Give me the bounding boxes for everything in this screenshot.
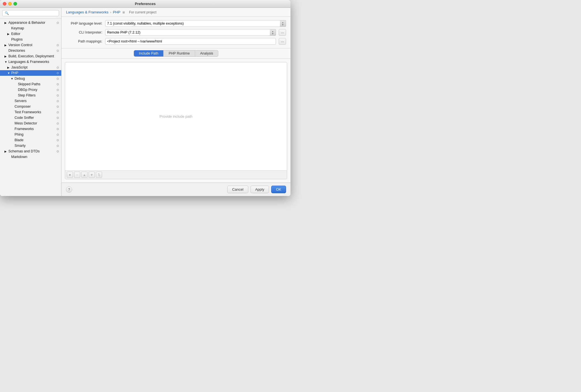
sidebar-item-skipped-paths[interactable]: Skipped Paths ⊙ xyxy=(0,81,61,87)
breadcrumb-separator: › xyxy=(110,10,111,14)
sidebar-item-debug[interactable]: ▼ Debug ⊙ xyxy=(0,76,61,81)
cli-label: CLI Interpreter: xyxy=(66,30,102,34)
sidebar-item-php[interactable]: ▼ PHP ⊙ xyxy=(0,70,61,76)
sidebar-item-frameworks[interactable]: Frameworks ⊙ xyxy=(0,126,61,132)
sidebar-item-mess-detector[interactable]: Mess Detector ⊙ xyxy=(0,121,61,126)
tab-include-path[interactable]: Include Path xyxy=(134,50,164,56)
settings-icon: ⊙ xyxy=(56,94,59,97)
php-level-row: PHP language level: 7.1 (const visibilit… xyxy=(66,20,286,27)
settings-icon: ⊙ xyxy=(56,150,59,153)
sidebar-item-plugins[interactable]: Plugins xyxy=(0,37,61,42)
panel-area: Provide include path + − ▲ ▼ ⇅ xyxy=(62,59,290,183)
path-input[interactable] xyxy=(105,38,276,45)
sidebar-item-composer[interactable]: Composer ⊙ xyxy=(0,104,61,109)
tab-php-runtime[interactable]: PHP Runtime xyxy=(164,50,195,56)
settings-icon: ⊙ xyxy=(56,105,59,108)
cli-arrow[interactable]: ▲ ▼ xyxy=(270,29,276,36)
sidebar-item-label: Schemas and DTDs xyxy=(8,149,40,153)
php-level-label: PHP language level: xyxy=(66,22,102,25)
sidebar-item-label: Directories xyxy=(8,49,25,53)
sidebar-item-smarty[interactable]: Smarty ⊙ xyxy=(0,143,61,148)
sidebar-item-label: PHP xyxy=(11,71,18,75)
arrow-icon: ▶ xyxy=(7,66,10,69)
breadcrumb-parent[interactable]: Languages & Frameworks xyxy=(66,10,108,14)
bottom-bar: ? Cancel Apply OK xyxy=(62,183,290,196)
move-up-button[interactable]: ▲ xyxy=(81,172,88,178)
chevron-up-icon: ▲ xyxy=(282,22,284,23)
settings-icon: ⊙ xyxy=(56,71,59,75)
sidebar-item-appearance[interactable]: ▶ Appearance & Behavior ⊙ xyxy=(0,20,61,25)
sidebar-item-languages[interactable]: ▼ Languages & Frameworks xyxy=(0,59,61,65)
settings-icon: ⊙ xyxy=(56,99,59,103)
sidebar-item-label: Languages & Frameworks xyxy=(8,60,49,64)
ok-button[interactable]: OK xyxy=(271,186,286,193)
sidebar-item-dbgp-proxy[interactable]: DBGp Proxy ⊙ xyxy=(0,87,61,93)
sidebar-item-label: DBGp Proxy xyxy=(18,88,37,92)
sidebar-item-version-control[interactable]: ▶ Version Control ⊙ xyxy=(0,42,61,48)
sidebar-item-test-frameworks[interactable]: Test Frameworks ⊙ xyxy=(0,109,61,115)
sidebar-item-build[interactable]: ▶ Build, Execution, Deployment xyxy=(0,53,61,59)
sort-button[interactable]: ⇅ xyxy=(96,172,102,178)
sidebar-item-blade[interactable]: Blade ⊙ xyxy=(0,137,61,143)
sidebar-item-label: Version Control xyxy=(8,43,32,47)
sidebar-item-javascript[interactable]: ▶ JavaScript ⊙ xyxy=(0,65,61,70)
include-panel-placeholder: Provide include path xyxy=(65,62,287,170)
sidebar-item-label: Appearance & Behavior xyxy=(8,21,45,25)
settings-icon: ⊙ xyxy=(56,122,59,125)
form-area: PHP language level: 7.1 (const visibilit… xyxy=(62,17,290,48)
sidebar-item-label: Blade xyxy=(15,138,23,142)
tab-analysis[interactable]: Analysis xyxy=(195,50,218,56)
arrow-icon: ▶ xyxy=(4,55,7,58)
cancel-button[interactable]: Cancel xyxy=(227,186,248,193)
sidebar-item-label: Debug xyxy=(15,77,25,81)
sidebar: ▶ Appearance & Behavior ⊙ Keymap ▶ Edito… xyxy=(0,8,62,196)
close-button[interactable] xyxy=(3,2,6,6)
sidebar-item-label: Servers xyxy=(15,99,27,103)
window-title: Preferences xyxy=(135,2,155,6)
path-more-button[interactable]: ··· xyxy=(279,38,286,45)
placeholder-text: Provide include path xyxy=(160,114,193,119)
php-level-arrow[interactable]: ▲ ▼ xyxy=(280,20,286,27)
php-level-select[interactable]: 7.1 (const visibility, nullables, multip… xyxy=(105,20,286,27)
sidebar-item-phing[interactable]: Phing ⊙ xyxy=(0,132,61,137)
minimize-button[interactable] xyxy=(8,2,12,6)
maximize-button[interactable] xyxy=(13,2,17,6)
sidebar-item-code-sniffer[interactable]: Code Sniffer ⊙ xyxy=(0,115,61,121)
sidebar-item-label: Phing xyxy=(15,133,23,136)
sidebar-item-label: Code Sniffer xyxy=(15,116,34,120)
chevron-up-icon: ▲ xyxy=(272,30,274,32)
arrow-icon: ▶ xyxy=(4,44,7,47)
sidebar-item-step-filters[interactable]: Step Filters ⊙ xyxy=(0,93,61,98)
sidebar-item-servers[interactable]: Servers ⊙ xyxy=(0,98,61,104)
sidebar-item-label: Build, Execution, Deployment xyxy=(8,54,54,58)
content-area: Languages & Frameworks › PHP 🖥 For curre… xyxy=(62,8,290,196)
help-button[interactable]: ? xyxy=(66,186,72,193)
sidebar-item-label: Composer xyxy=(15,105,31,108)
sidebar-item-keymap[interactable]: Keymap xyxy=(0,25,61,31)
path-label: Path mappings: xyxy=(66,39,102,43)
apply-button[interactable]: Apply xyxy=(251,186,269,193)
breadcrumb-note: For current project xyxy=(129,10,156,14)
sidebar-item-directories[interactable]: Directories ⊙ xyxy=(0,48,61,53)
sidebar-item-editor[interactable]: ▶ Editor xyxy=(0,31,61,37)
cli-select[interactable]: Remote PHP (7.2.12) xyxy=(105,29,276,36)
search-input[interactable] xyxy=(2,10,59,16)
cli-more-button[interactable]: ··· xyxy=(279,29,286,36)
settings-icon: ⊙ xyxy=(56,127,59,131)
remove-button[interactable]: − xyxy=(74,172,80,178)
sidebar-item-label: Skipped Paths xyxy=(18,82,41,86)
arrow-icon: ▼ xyxy=(4,60,7,63)
add-button[interactable]: + xyxy=(67,172,73,178)
arrow-icon: ▼ xyxy=(7,72,10,75)
sidebar-item-schemas-dtds[interactable]: ▶ Schemas and DTDs ⊙ xyxy=(0,148,61,154)
sidebar-item-label: Plugins xyxy=(11,37,23,41)
sidebar-item-markdown[interactable]: Markdown xyxy=(0,154,61,160)
breadcrumb: Languages & Frameworks › PHP 🖥 For curre… xyxy=(62,8,290,17)
sidebar-item-label: Smarty xyxy=(15,144,26,148)
arrow-icon: ▼ xyxy=(11,77,13,80)
path-row: Path mappings: ··· xyxy=(66,38,286,45)
move-down-button[interactable]: ▼ xyxy=(89,172,95,178)
project-icon: 🖥 xyxy=(122,11,125,14)
sidebar-item-label: Markdown xyxy=(11,155,27,159)
breadcrumb-current: PHP xyxy=(113,10,121,14)
